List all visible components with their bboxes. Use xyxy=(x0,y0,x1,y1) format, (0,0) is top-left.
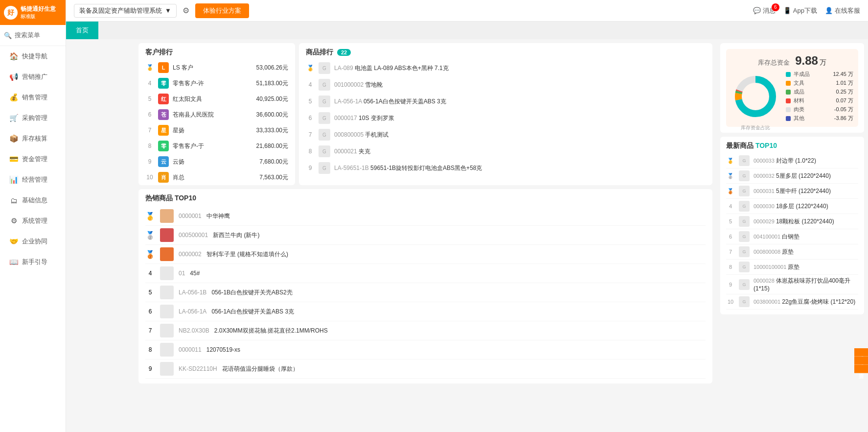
topbar-right: 💬 消息 6 📱 App下载 👤 在线客服 xyxy=(753,6,860,15)
legend-value: 0.07 万 xyxy=(836,97,853,104)
product-info: LA-056-1A 056-1A白色按键开关盖ABS 3克 xyxy=(334,97,706,106)
rank-num: 5 xyxy=(726,218,735,224)
inventory-bg: 库存总资金 9.88 万 xyxy=(726,49,858,127)
message-btn[interactable]: 💬 消息 6 xyxy=(753,6,776,15)
customer-name: LS 客户 xyxy=(173,64,252,72)
marketing-icon: 📢 xyxy=(9,72,18,81)
customer-badge: 零 xyxy=(158,141,169,151)
product-thumb: G xyxy=(739,246,750,257)
list-item: 9 G 0000028 体崽荔枝味苏打饮品400毫升 (1*15) xyxy=(726,275,858,294)
sidebar-item-basics[interactable]: 🗂 基础信息 xyxy=(0,190,66,211)
sidebar-item-quick-nav[interactable]: 🏠 快捷导航 xyxy=(0,46,66,67)
float-community[interactable]: 服务社区 xyxy=(854,357,868,365)
app-download-btn[interactable]: 📱 App下载 xyxy=(783,6,817,15)
inventory-unit: 万 xyxy=(820,58,826,66)
customer-badge: 零 xyxy=(158,78,169,89)
service-icon: 👤 xyxy=(825,7,833,14)
search-menu-button[interactable]: 🔍 搜索菜单 xyxy=(4,29,62,42)
rank-medal: 🥇 xyxy=(145,212,155,221)
product-name: 45# xyxy=(190,270,706,277)
rank-num: 4 xyxy=(726,203,735,209)
customer-name: 零售客户-许 xyxy=(173,79,252,88)
tab-home[interactable]: 首页 xyxy=(66,22,98,39)
list-item: 4 G 0000030 18多层 (1220*2440) xyxy=(726,199,858,214)
right-panel: 库存总资金 9.88 万 xyxy=(716,39,868,432)
sidebar-item-system[interactable]: ⚙ 系统管理 xyxy=(0,211,66,231)
list-item: 9 KK-SD22110H 花语萌值温分腿睡袋（厚款） xyxy=(145,360,706,379)
table-row: 9 G LA-59651-1B 59651-1B旋转投影灯电池盒ABS黑色+58… xyxy=(299,160,712,176)
rank-num: 6 xyxy=(145,308,155,315)
sidebar-item-marketing[interactable]: 📢 营销推广 xyxy=(0,67,66,87)
table-row: 7 G 000800005 手机测试 xyxy=(299,126,712,143)
guide-icon: 📖 xyxy=(9,258,18,266)
hot-products-title: 热销商品 TOP10 xyxy=(145,194,706,203)
tab-home-label: 首页 xyxy=(76,26,89,35)
sidebar-item-inventory[interactable]: 📦 库存核算 xyxy=(0,128,66,149)
product-info: 0000030 18多层 (1220*2440) xyxy=(754,202,858,211)
customer-name: 云扬 xyxy=(173,158,255,166)
sidebar-item-label: 销售管理 xyxy=(22,93,47,102)
system-selector[interactable]: 装备及固定资产辅助管理系统 ▼ xyxy=(74,4,177,18)
list-item: 🥉 G 0000031 5厘中纤 (1220*2440) xyxy=(726,184,858,199)
sidebar: 好 畅捷通好生意 标准版 🔍 搜索菜单 🏠 快捷导航 📢 营销推广 💰 销售管理… xyxy=(0,0,66,432)
product-code: 000500001 xyxy=(179,232,208,239)
latest-products-title: 最新商品 TOP10 xyxy=(726,142,858,150)
legend-item: 其他 -3.86 万 xyxy=(786,115,853,122)
sidebar-item-label: 企业协同 xyxy=(22,237,47,246)
product-thumb: G xyxy=(319,162,330,174)
float-customer-service[interactable]: 客服热线 xyxy=(854,348,868,357)
dropdown-icon: ▼ xyxy=(165,7,171,14)
sidebar-item-label: 营销推广 xyxy=(22,72,47,81)
app-subtitle: 标准版 xyxy=(21,13,56,20)
product-code: KK-SD22110H xyxy=(179,365,217,372)
sales-icon: 💰 xyxy=(9,93,18,102)
sidebar-item-purchase[interactable]: 🛒 采购管理 xyxy=(0,108,66,128)
trial-button[interactable]: 体验行业方案 xyxy=(195,3,249,18)
product-thumb: G xyxy=(739,201,750,212)
table-row: 4 零 零售客户-许 51,183.00元 xyxy=(138,75,295,91)
product-thumb: G xyxy=(739,231,750,242)
product-image xyxy=(160,286,174,299)
legend-value: 12.45 万 xyxy=(833,71,853,78)
rank-num: 5 xyxy=(145,96,154,102)
product-info: 0000029 18颗粒板 (1220*2440) xyxy=(754,217,858,226)
inventory-value: 9.88 xyxy=(795,54,818,67)
float-live[interactable]: 直播 xyxy=(854,365,868,373)
legend-item: 半成品 12.45 万 xyxy=(786,71,853,78)
customer-name: 红太阳文具 xyxy=(173,95,252,103)
list-item: 6 G 004100001 白钢垫 xyxy=(726,229,858,244)
logo-icon: 好 xyxy=(4,6,18,20)
list-item: 10 G 003800001 22g鱼豆腐-烧烤味 (1*12*20) xyxy=(726,294,858,310)
customer-name: 零售客户-于 xyxy=(173,142,252,150)
legend-label: 文具 xyxy=(794,79,833,87)
hot-products-list: 🥇 0000001 中华神鹰 🥈 000500001 新西兰牛肉 (新牛) 🥉 xyxy=(145,207,706,379)
sidebar-item-collab[interactable]: 🤝 企业协同 xyxy=(0,231,66,252)
sidebar-logo: 好 畅捷通好生意 标准版 xyxy=(0,0,66,25)
rank-num: 5 xyxy=(306,98,315,105)
customer-badge: 星 xyxy=(158,125,169,136)
product-name: 2.0X30MM双搓花轴.搓花直径2.1MM/ROHS xyxy=(214,327,706,335)
product-name: 12070519-xs xyxy=(206,346,706,353)
rank-num: 6 xyxy=(306,115,315,121)
settings-button[interactable]: ⚙ xyxy=(183,6,189,15)
product-image xyxy=(160,324,174,337)
legend-label: 成品 xyxy=(794,88,833,96)
legend-color xyxy=(786,90,791,95)
online-service-label: 在线客服 xyxy=(835,6,860,15)
customer-amount: 7,680.00元 xyxy=(259,158,288,166)
sidebar-item-label: 系统管理 xyxy=(22,216,47,225)
legend-value: 1.01 万 xyxy=(836,79,853,87)
online-service-btn[interactable]: 👤 在线客服 xyxy=(825,6,860,15)
search-icon: 🔍 xyxy=(4,32,12,39)
product-ranking-list: 🥇 G LA-089 电池盖 LA-089 ABS本色+黑种 7.1克 4 G xyxy=(299,60,712,176)
sidebar-item-finance[interactable]: 💳 资金管理 xyxy=(0,149,66,169)
customer-amount: 53,006.26元 xyxy=(256,64,288,72)
sidebar-item-operations[interactable]: 📊 经营管理 xyxy=(0,169,66,190)
customer-amount: 7,563.00元 xyxy=(259,173,288,182)
sidebar-item-sales[interactable]: 💰 销售管理 xyxy=(0,87,66,108)
sidebar-item-guide[interactable]: 📖 新手引导 xyxy=(0,252,66,272)
system-title: 装备及固定资产辅助管理系统 xyxy=(79,6,162,15)
product-thumb: G xyxy=(319,112,330,124)
product-info: 000800008 原垫 xyxy=(754,248,858,256)
product-image xyxy=(160,305,174,318)
